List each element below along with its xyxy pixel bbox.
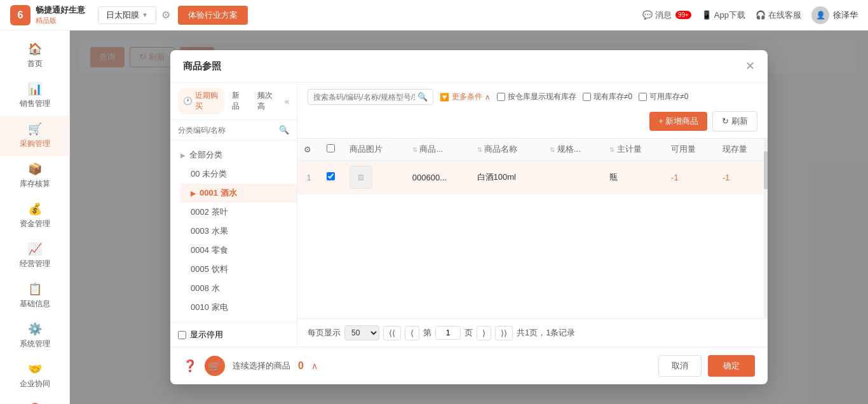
collapse-icon[interactable]: « xyxy=(285,97,289,106)
tree-item-water[interactable]: 0008 水 xyxy=(180,279,297,298)
sidebar-item-system[interactable]: ⚙️ 系统管理 xyxy=(0,316,69,356)
sales-icon: 📊 xyxy=(28,82,42,96)
category-search-input[interactable] xyxy=(178,126,276,135)
last-page-btn[interactable]: ⟩⟩ xyxy=(495,326,513,340)
table-scrollbar-thumb[interactable] xyxy=(764,151,768,189)
product-search-input[interactable] xyxy=(313,93,415,102)
prev-page-btn[interactable]: ⟨ xyxy=(405,326,419,340)
filter-btn[interactable]: 🔽 更多条件 ∧ xyxy=(440,91,491,102)
col-name-header[interactable]: ⇅ 商品名称 xyxy=(471,138,544,161)
modal-overlay: 商品参照 ✕ 🕐 近期购买 新品 xyxy=(70,30,868,404)
sidebar-item-inventory[interactable]: 📦 库存核算 xyxy=(0,156,69,196)
col-spec-header[interactable]: ⇅ 规格... xyxy=(543,138,603,161)
page-size-select[interactable]: 50 10 20 100 xyxy=(344,325,379,340)
search-icon[interactable]: 🔍 xyxy=(417,92,428,102)
message-btn[interactable]: 💬 消息 99+ xyxy=(642,10,691,21)
left-tab-frequent[interactable]: 频次高 xyxy=(252,88,282,114)
available-stock-checkbox[interactable] xyxy=(639,93,647,101)
cart-chevron-icon[interactable]: ∧ xyxy=(311,361,318,371)
right-panel: 🔍 🔽 更多条件 ∧ 按仓库显示现有库存 xyxy=(297,83,768,347)
tree-item-all[interactable]: ▶ 全部分类 xyxy=(170,145,297,165)
left-panel-tabs: 🕐 近期购买 新品 频次高 « xyxy=(170,83,297,120)
product-table-wrapper: ⚙ 商品图片 ⇅ 商品... xyxy=(297,138,768,318)
col-unit-header[interactable]: ⇅ 主计量 xyxy=(603,138,665,161)
logo-area: 6 畅捷通好生意 精品版 xyxy=(10,4,85,25)
gear-icon[interactable]: ⚙ xyxy=(161,9,170,21)
cell-checkbox[interactable] xyxy=(320,161,343,194)
help-icon[interactable]: ❓ xyxy=(183,359,197,373)
basics-icon: 📋 xyxy=(28,282,42,296)
left-tab-new[interactable]: 新品 xyxy=(227,88,250,114)
select-all-checkbox[interactable] xyxy=(327,144,335,152)
show-disabled-checkbox[interactable] xyxy=(178,331,186,339)
nav-selector[interactable]: 日太阳膜 ▼ xyxy=(98,6,156,24)
app-icon: 📱 xyxy=(702,10,712,20)
col-checkbox-header[interactable] xyxy=(320,138,343,161)
sidebar-item-sales[interactable]: 📊 销售管理 xyxy=(0,76,69,116)
tree-item-appliance[interactable]: 0010 家电 xyxy=(180,298,297,317)
page-number-input[interactable] xyxy=(435,326,461,340)
sidebar: 🏠 首页 📊 销售管理 🛒 采购管理 📦 库存核算 💰 资金管理 📈 经营管理 … xyxy=(0,30,70,404)
category-search-icon[interactable]: 🔍 xyxy=(279,125,289,135)
app-download-btn[interactable]: 📱 App下载 xyxy=(702,10,745,21)
cell-stock: -1 xyxy=(716,161,768,194)
exp-btn[interactable]: 体验行业方案 xyxy=(178,6,248,25)
message-badge: 99+ xyxy=(675,11,691,19)
cancel-btn[interactable]: 取消 xyxy=(658,355,702,377)
col-available-header: 可用量 xyxy=(665,138,716,161)
sidebar-item-home[interactable]: 🏠 首页 xyxy=(0,36,69,76)
table-scrollbar[interactable] xyxy=(764,138,768,318)
clock-icon: 🕐 xyxy=(183,97,193,105)
modal-footer: ❓ 🛒 连续选择的商品 0 ∧ 取消 确定 xyxy=(170,347,768,384)
active-expand-icon: ▶ xyxy=(191,190,196,197)
sort-unit-icon: ⇅ xyxy=(609,146,614,153)
checkbox-available-stock[interactable]: 可用库存≠0 xyxy=(639,91,688,102)
right-toolbar: 🔍 🔽 更多条件 ∧ 按仓库显示现有库存 xyxy=(297,83,768,138)
tree-item-beverage[interactable]: 0005 饮料 xyxy=(180,260,297,279)
tree-item-uncategorized[interactable]: 00 未分类 xyxy=(180,165,297,184)
row-checkbox[interactable] xyxy=(327,172,335,180)
next-page-btn[interactable]: ⟩ xyxy=(477,326,491,340)
col-settings[interactable]: ⚙ xyxy=(297,138,320,161)
tree-item-fruit[interactable]: 0003 水果 xyxy=(180,222,297,241)
sort-name-icon: ⇅ xyxy=(477,146,482,153)
finance-icon: 💰 xyxy=(28,202,42,216)
sidebar-item-collab[interactable]: 🤝 企业协同 xyxy=(0,356,69,396)
sort-spec-icon: ⇅ xyxy=(550,146,555,153)
cart-area[interactable]: 🛒 xyxy=(205,356,225,376)
table-row[interactable]: 1 🖼 000600... 白酒100ml 瓶 xyxy=(297,161,768,194)
tree-item-tea[interactable]: 0002 茶叶 xyxy=(180,203,297,222)
sidebar-item-finance[interactable]: 💰 资金管理 xyxy=(0,196,69,236)
user-avatar-area[interactable]: 👤 徐泽华 xyxy=(811,6,858,24)
cell-name: 白酒100ml xyxy=(471,161,544,194)
warehouse-stock-checkbox[interactable] xyxy=(497,93,505,101)
main-layout: 🏠 首页 📊 销售管理 🛒 采购管理 📦 库存核算 💰 资金管理 📈 经营管理 … xyxy=(0,30,868,404)
sidebar-item-operations[interactable]: 📈 经营管理 xyxy=(0,236,69,276)
tree-item-snack[interactable]: 0004 零食 xyxy=(180,241,297,260)
checkbox-current-stock[interactable]: 现有库存≠0 xyxy=(583,91,632,102)
sidebar-item-basics[interactable]: 📋 基础信息 xyxy=(0,276,69,316)
modal-close-btn[interactable]: ✕ xyxy=(745,59,755,73)
sidebar-item-guide[interactable]: 🎯 新手引导 xyxy=(0,396,69,404)
col-image-header: 商品图片 xyxy=(343,138,406,161)
cell-num: 1 xyxy=(297,161,320,194)
col-code-header[interactable]: ⇅ 商品... xyxy=(406,138,471,161)
sidebar-item-purchase[interactable]: 🛒 采购管理 xyxy=(0,116,69,156)
online-service-btn[interactable]: 🎧 在线客服 xyxy=(756,10,801,21)
inventory-icon: 📦 xyxy=(28,162,42,176)
left-panel-tree: ▶ 全部分类 00 未分类 ▶ 0001 酒水 xyxy=(170,140,297,322)
modal-title: 商品参照 xyxy=(183,60,221,72)
confirm-btn[interactable]: 确定 xyxy=(708,355,755,377)
expand-icon: ▶ xyxy=(180,152,186,159)
current-stock-checkbox[interactable] xyxy=(583,93,591,101)
checkbox-warehouse-stock[interactable]: 按仓库显示现有库存 xyxy=(497,91,576,102)
table-header-row: ⚙ 商品图片 ⇅ 商品... xyxy=(297,138,768,161)
refresh-btn[interactable]: ↻ 刷新 xyxy=(712,111,757,131)
modal: 商品参照 ✕ 🕐 近期购买 新品 xyxy=(170,50,768,384)
tree-item-liquor[interactable]: ▶ 0001 酒水 xyxy=(180,184,297,203)
left-tab-recent[interactable]: 🕐 近期购买 xyxy=(178,88,224,114)
first-page-btn[interactable]: ⟨⟨ xyxy=(383,326,401,340)
left-panel-footer: 显示停用 xyxy=(170,322,297,347)
tree-sub: 00 未分类 ▶ 0001 酒水 0002 茶叶 0 xyxy=(170,165,297,317)
add-product-btn[interactable]: + 新增商品 xyxy=(649,112,707,131)
